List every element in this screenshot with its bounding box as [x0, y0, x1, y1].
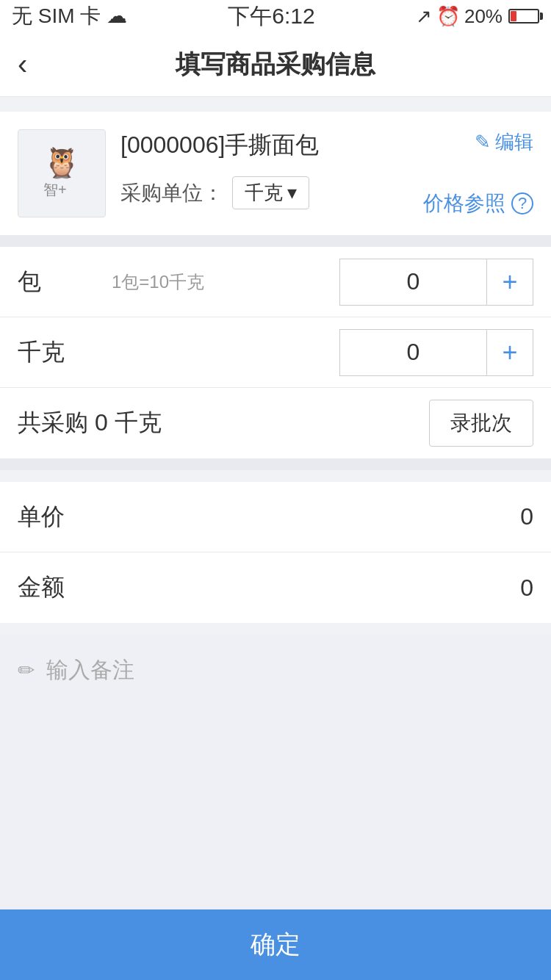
back-button[interactable]: ‹ [18, 48, 27, 81]
unit-dropdown[interactable]: 千克 ▾ [232, 176, 309, 209]
summary-text: 共采购 0 千克 [18, 407, 162, 439]
amount-row: 金额 0 [0, 552, 551, 623]
amount-label: 金额 [18, 572, 65, 604]
sim-status: 无 SIM 卡 ☁ [12, 2, 127, 30]
price-ref-button[interactable]: 价格参照 ? [423, 190, 533, 217]
product-name: [0000006]手撕面包 [120, 129, 533, 162]
bag-label: 包 [18, 266, 106, 298]
bag-input-row: 包 1包=10千克 + [0, 247, 551, 317]
unit-value: 千克 [245, 180, 283, 206]
help-icon: ? [511, 192, 533, 215]
unit-price-label: 单价 [18, 501, 65, 533]
battery-percent: 20% [464, 5, 503, 28]
unit-price-row: 单价 0 [0, 482, 551, 552]
status-left: 无 SIM 卡 ☁ [12, 2, 127, 30]
bag-sub-label: 1包=10千克 [112, 270, 204, 294]
pencil-icon: ✏ [18, 658, 35, 682]
record-batch-button[interactable]: 录批次 [429, 400, 533, 447]
status-right: ↗ ⏰ 20% [416, 5, 539, 28]
confirm-button-label: 确定 [251, 928, 300, 962]
product-card: 🦉 智+ [0000006]手撕面包 采购单位： 千克 ▾ ✎ 编辑 价格参照 … [0, 112, 551, 235]
kg-plus-button[interactable]: + [486, 329, 533, 376]
summary-label: 共采购 [18, 409, 88, 436]
note-placeholder: 输入备注 [46, 655, 134, 685]
status-bar: 无 SIM 卡 ☁ 下午6:12 ↗ ⏰ 20% [0, 0, 551, 32]
page-title: 填写商品采购信息 [176, 48, 375, 82]
edit-button[interactable]: ✎ 编辑 [475, 129, 533, 155]
unit-price-value: 0 [520, 503, 533, 530]
note-section[interactable]: ✏ 输入备注 [0, 635, 551, 706]
price-section: 单价 0 金额 0 [0, 482, 551, 623]
edit-label: 编辑 [495, 129, 533, 155]
input-section: 包 1包=10千克 + 千克 + [0, 247, 551, 388]
section-divider-2 [0, 458, 551, 470]
bag-input-right: + [339, 259, 533, 306]
bag-quantity-input[interactable] [339, 259, 486, 306]
summary-row: 共采购 0 千克 录批次 [0, 388, 551, 458]
alarm-icon: ⏰ [436, 5, 460, 28]
unit-label: 采购单位： [120, 179, 223, 207]
kg-quantity-input[interactable] [339, 329, 486, 376]
kg-input-row: 千克 + [0, 317, 551, 388]
confirm-button[interactable]: 确定 [0, 909, 551, 980]
amount-value: 0 [520, 574, 533, 602]
product-logo: 🦉 [43, 148, 80, 177]
battery-icon [508, 9, 539, 24]
dropdown-arrow: ▾ [287, 181, 297, 204]
edit-icon: ✎ [475, 131, 491, 154]
product-image: 🦉 智+ [18, 129, 106, 217]
kg-label: 千克 [18, 336, 106, 369]
nav-bar: ‹ 填写商品采购信息 [0, 32, 551, 97]
kg-input-right: + [339, 329, 533, 376]
location-icon: ↗ [416, 5, 432, 28]
bag-plus-button[interactable]: + [486, 259, 533, 306]
content-area [0, 706, 551, 941]
summary-unit: 千克 [115, 409, 162, 436]
product-logo-text: 智+ [43, 180, 80, 200]
section-divider-1 [0, 235, 551, 247]
summary-qty: 0 [95, 409, 108, 436]
status-time: 下午6:12 [228, 1, 314, 32]
price-ref-label: 价格参照 [423, 190, 505, 217]
